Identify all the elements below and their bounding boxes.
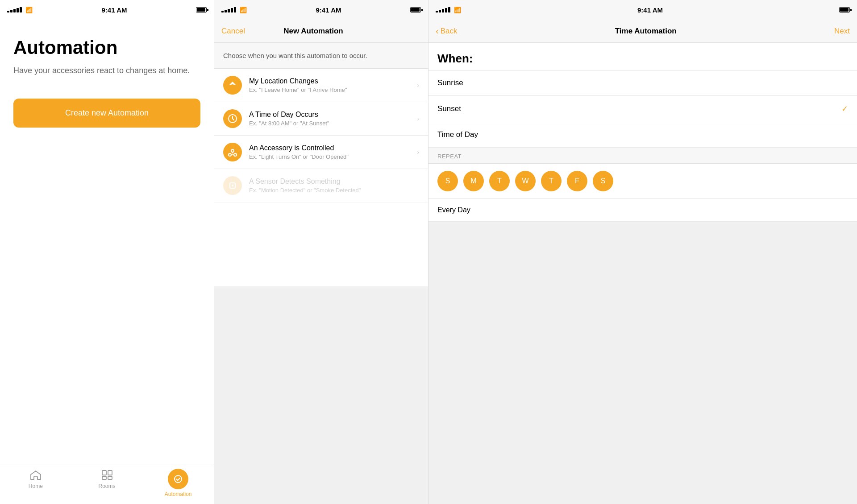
svg-point-6	[231, 149, 234, 152]
menu-sub-location: Ex. "I Leave Home" or "I Arrive Home"	[249, 87, 417, 93]
days-of-week-row: S M T W T F S	[428, 164, 857, 199]
menu-sub-sensor: Ex. "Motion Detected" or "Smoke Detected…	[249, 187, 419, 194]
status-bar-2: 📶 9:41 AM	[214, 0, 428, 20]
svg-point-7	[229, 153, 231, 156]
nav-bar-2: Cancel New Automation placeholder	[214, 20, 428, 43]
day-tuesday[interactable]: T	[489, 171, 510, 191]
signal-icon-3	[436, 7, 450, 12]
menu-text-sensor: A Sensor Detects Something Ex. "Motion D…	[249, 178, 419, 194]
day-sunday[interactable]: S	[437, 171, 458, 191]
repeat-section-header: REPEAT	[428, 148, 857, 164]
when-options-list: Sunrise Sunset ✓ Time of Day	[428, 70, 857, 148]
menu-item-location[interactable]: My Location Changes Ex. "I Leave Home" o…	[214, 69, 428, 102]
automation-type-list: My Location Changes Ex. "I Leave Home" o…	[214, 69, 428, 286]
signal-icon	[7, 7, 22, 12]
menu-text-time: A Time of Day Occurs Ex. "At 8:00 AM" or…	[249, 111, 417, 127]
every-day-label: Every Day	[428, 199, 857, 222]
home-tab-icon	[29, 469, 42, 481]
menu-main-sensor: A Sensor Detects Something	[249, 178, 419, 186]
status-time-2: 9:41 AM	[316, 6, 341, 14]
menu-main-time: A Time of Day Occurs	[249, 111, 417, 119]
day-thursday[interactable]: T	[541, 171, 562, 191]
status-bar-1: 📶 9:41 AM	[0, 0, 214, 20]
svg-point-10	[232, 185, 233, 186]
rooms-tab-icon	[101, 469, 113, 481]
tab-home-label: Home	[29, 483, 43, 489]
menu-item-sensor: A Sensor Detects Something Ex. "Motion D…	[214, 169, 428, 202]
menu-main-accessory: An Accessory is Controlled	[249, 144, 417, 152]
sensor-icon-wrap	[223, 176, 242, 195]
location-icon-wrap	[223, 76, 242, 95]
choose-automation-text: Choose when you want this automation to …	[214, 43, 428, 69]
day-saturday[interactable]: S	[593, 171, 613, 191]
svg-point-4	[175, 475, 182, 483]
svg-point-8	[234, 153, 237, 156]
page-title-automation: Automation	[13, 37, 200, 58]
status-right-2	[410, 7, 421, 12]
time-of-day-label: Time of Day	[437, 130, 478, 139]
svg-rect-1	[108, 471, 112, 475]
status-time-3: 9:41 AM	[637, 6, 663, 14]
chevron-icon-time: ›	[417, 115, 419, 122]
svg-rect-3	[108, 476, 112, 479]
panel1-main-content: Automation Have your accessories react t…	[0, 20, 214, 464]
nav-title-3: Time Automation	[615, 27, 677, 36]
svg-rect-0	[102, 471, 106, 475]
panel1-automation-home: 📶 9:41 AM Automation Have your accessori…	[0, 0, 214, 504]
automation-active-circle	[168, 469, 188, 489]
wifi-icon: 📶	[25, 7, 33, 13]
battery-icon-3	[839, 7, 850, 12]
chevron-icon-accessory: ›	[417, 149, 419, 156]
when-option-time-of-day[interactable]: Time of Day	[428, 122, 857, 148]
tab-home[interactable]: Home	[0, 469, 71, 489]
status-right-1	[196, 7, 207, 12]
status-time-1: 9:41 AM	[102, 6, 127, 14]
time-icon-wrap	[223, 109, 242, 128]
tab-rooms[interactable]: Rooms	[71, 469, 143, 489]
back-chevron-icon: ‹	[436, 26, 439, 36]
page-subtitle-automation: Have your accessories react to changes a…	[13, 65, 200, 76]
accessory-icon-wrap	[223, 143, 242, 161]
wifi-icon-3: 📶	[454, 7, 461, 13]
tab-bar-1: Home Rooms Automation	[0, 464, 214, 504]
chevron-icon-location: ›	[417, 82, 419, 89]
status-bar-3: 📶 9:41 AM	[428, 0, 857, 20]
when-section: When:	[428, 43, 857, 70]
menu-text-location: My Location Changes Ex. "I Leave Home" o…	[249, 77, 417, 93]
wifi-icon-2: 📶	[240, 7, 247, 13]
menu-sub-accessory: Ex. "Light Turns On" or "Door Opened"	[249, 153, 417, 160]
panel2-new-automation: 📶 9:41 AM Cancel New Automation placehol…	[214, 0, 428, 504]
status-right-3	[839, 7, 850, 12]
status-left-2: 📶	[221, 7, 247, 13]
tab-rooms-label: Rooms	[99, 483, 116, 489]
status-left-1: 📶	[7, 7, 33, 13]
tab-automation-label: Automation	[165, 491, 192, 497]
menu-item-time[interactable]: A Time of Day Occurs Ex. "At 8:00 AM" or…	[214, 102, 428, 136]
status-left-3: 📶	[436, 7, 461, 13]
create-automation-button[interactable]: Create new Automation	[13, 99, 200, 128]
gray-fill-area-2	[214, 286, 428, 504]
menu-sub-time: Ex. "At 8:00 AM" or "At Sunset"	[249, 120, 417, 127]
gray-fill-area-3	[428, 222, 857, 504]
when-option-sunrise[interactable]: Sunrise	[428, 70, 857, 96]
nav-title-2: New Automation	[283, 27, 343, 36]
sunset-check-icon: ✓	[841, 104, 848, 114]
next-button[interactable]: Next	[834, 27, 850, 36]
menu-main-location: My Location Changes	[249, 77, 417, 85]
battery-icon-1	[196, 7, 207, 12]
menu-text-accessory: An Accessory is Controlled Ex. "Light Tu…	[249, 144, 417, 160]
when-option-sunset[interactable]: Sunset ✓	[428, 96, 857, 122]
panel3-time-automation: 📶 9:41 AM ‹ Back Time Automation Next Wh…	[428, 0, 857, 504]
tab-automation[interactable]: Automation	[142, 469, 214, 497]
svg-rect-2	[102, 476, 106, 479]
day-monday[interactable]: M	[463, 171, 484, 191]
signal-icon-2	[221, 7, 236, 12]
menu-item-accessory[interactable]: An Accessory is Controlled Ex. "Light Tu…	[214, 136, 428, 169]
sunrise-label: Sunrise	[437, 78, 463, 87]
cancel-button[interactable]: Cancel	[221, 27, 245, 36]
battery-icon-2	[410, 7, 421, 12]
day-friday[interactable]: F	[567, 171, 587, 191]
when-title: When:	[437, 52, 848, 66]
day-wednesday[interactable]: W	[515, 171, 536, 191]
back-button[interactable]: ‹ Back	[436, 26, 457, 36]
